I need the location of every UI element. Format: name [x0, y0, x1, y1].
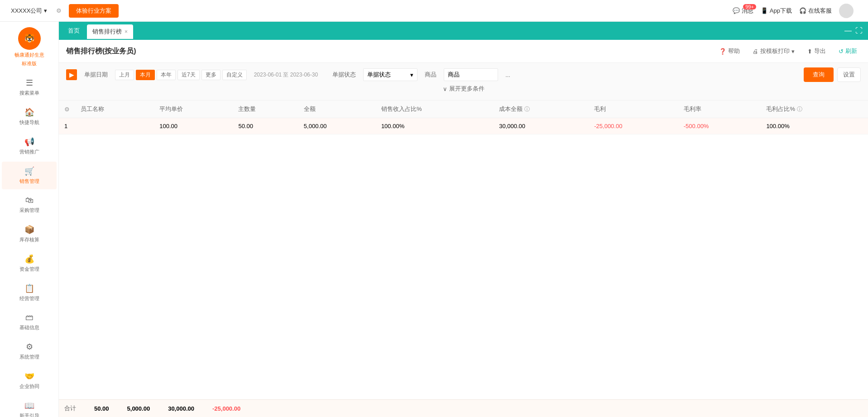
date-range-display: 2023-06-01 至 2023-06-30 [254, 71, 318, 79]
settings-icon[interactable]: ⚙ [56, 7, 62, 14]
avatar[interactable] [839, 4, 854, 18]
filter-settings-button[interactable]: 设置 [837, 67, 861, 82]
tab-maximize-button[interactable]: ⛶ [855, 27, 863, 35]
sidebar-label-operations: 经营管理 [19, 295, 39, 302]
tab-minimize-button[interactable]: — [844, 27, 852, 35]
expand-more-conditions-button[interactable]: ∨ 展开更多条件 [443, 85, 484, 93]
company-selector[interactable]: XXXXX公司 ▾ [7, 5, 51, 17]
tab-label: 销售排行榜 [92, 28, 122, 36]
date-btn-group: 上月 本月 本年 近7天 更多 自定义 [115, 70, 247, 80]
gross-pct-help-icon[interactable]: ⓘ [797, 106, 802, 112]
page-content: 销售排行榜(按业务员) ❓ 帮助 🖨 按模板打印 ▾ ⬆ 导出 [59, 40, 868, 417]
system-icon: ⚙ [26, 342, 33, 352]
sidebar-item-operations[interactable]: 📋 经营管理 [2, 279, 57, 307]
sidebar-item-guide[interactable]: 📖 新手引导 [2, 396, 57, 417]
page-title: 销售排行榜(按业务员) [66, 47, 136, 56]
help-icon: ❓ [719, 48, 726, 55]
col-qty-header: 主数量 [233, 101, 298, 118]
sidebar-label-search-order: 搜索菜单 [19, 90, 39, 96]
col-settings-icon[interactable]: ⚙ [64, 106, 70, 113]
tab-bar: 首页 销售排行榜 × — ⛶ [59, 22, 868, 40]
status-select[interactable]: 单据状态 ▾ [363, 68, 417, 81]
table-footer: 合计 50.00 5,000.00 30,000.00 -25,000.00 [59, 399, 868, 417]
refresh-button[interactable]: ↺ 刷新 [835, 45, 861, 57]
online-service-link[interactable]: 🎧 在线客服 [799, 7, 832, 15]
table-area: ⚙ 员工名称 平均单价 主数量 全额 销售收入占比% 成本全额 ⓘ 毛利 [59, 101, 868, 399]
cell-employee [75, 118, 154, 134]
sidebar-item-inventory[interactable]: 📦 库存核算 [2, 220, 57, 248]
template-print-button[interactable]: 🖨 按模板打印 ▾ [749, 45, 798, 57]
date-btn-this-year[interactable]: 本年 [157, 70, 176, 80]
inventory-icon: 📦 [24, 225, 34, 235]
message-icon: 💬 [733, 7, 740, 14]
goods-placeholder: 商品 [448, 71, 460, 79]
query-button[interactable]: 查询 [804, 67, 834, 82]
table-header-row: ⚙ 员工名称 平均单价 主数量 全额 销售收入占比% 成本全额 ⓘ 毛利 [59, 101, 868, 118]
date-btn-custom[interactable]: 自定义 [222, 70, 247, 80]
col-employee-header: 员工名称 [75, 101, 154, 118]
status-placeholder: 单据状态 [367, 71, 391, 79]
cost-help-icon[interactable]: ⓘ [524, 106, 530, 112]
date-btn-this-month[interactable]: 本月 [136, 70, 155, 80]
quick-nav-icon: 🏠 [24, 107, 34, 117]
cell-gross: -25,000.00 [589, 118, 678, 134]
status-filter-label: 单据状态 [332, 71, 356, 79]
filter-expand-arrow[interactable]: ▶ [66, 69, 77, 80]
sidebar-label-guide: 新手引导 [19, 412, 39, 417]
sidebar-item-quick-nav[interactable]: 🏠 快捷导航 [2, 103, 57, 130]
sidebar-item-purchase[interactable]: 🛍 采购管理 [2, 191, 57, 218]
date-btn-more[interactable]: 更多 [201, 70, 221, 80]
page-actions: ❓ 帮助 🖨 按模板打印 ▾ ⬆ 导出 ↺ 刷新 [715, 45, 861, 57]
sidebar-item-system[interactable]: ⚙ 系统管理 [2, 337, 57, 365]
date-btn-prev-month[interactable]: 上月 [115, 70, 134, 80]
col-gross-pct-header: 毛利占比% ⓘ [761, 101, 868, 118]
guide-icon: 📖 [24, 401, 34, 411]
tab-home[interactable]: 首页 [61, 22, 87, 40]
footer-label: 合计 [64, 404, 76, 412]
sidebar-item-search-order[interactable]: ☰ 搜索菜单 [2, 73, 57, 101]
basics-icon: 🗃 [25, 313, 34, 322]
cell-gross-rate: -500.00% [678, 118, 761, 134]
sidebar-logo: 🐯 畅康通好生意 标准版 [0, 22, 58, 72]
mobile-icon: 📱 [761, 7, 768, 14]
purchase-icon: 🛍 [25, 196, 34, 205]
table-row: 1 100.00 50.00 5,000.00 100.00% 30,000.0… [59, 118, 868, 134]
trial-button[interactable]: 体验行业方案 [69, 4, 119, 18]
goods-select[interactable]: 商品 [444, 68, 498, 81]
expand-row: ∨ 展开更多条件 [66, 82, 861, 96]
sidebar-label-sales: 销售管理 [19, 178, 39, 185]
finance-icon: 💰 [24, 254, 34, 264]
sidebar-item-enterprise[interactable]: 🤝 企业协同 [2, 367, 57, 394]
main-layout: 🐯 畅康通好生意 标准版 ☰ 搜索菜单 🏠 快捷导航 📢 营销推广 🛒 销售管理… [0, 22, 868, 417]
export-button[interactable]: ⬆ 导出 [804, 45, 830, 57]
company-name: XXXXX公司 [11, 7, 42, 15]
tab-bar-right: — ⛶ [844, 27, 866, 35]
page-header: 销售排行榜(按业务员) ❓ 帮助 🖨 按模板打印 ▾ ⬆ 导出 [59, 40, 868, 63]
col-cost-header: 成本全额 ⓘ [494, 101, 589, 118]
footer-gross: -25,000.00 [212, 405, 240, 412]
cell-amount: 5,000.00 [298, 118, 376, 134]
cell-gross-pct: 100.00% [761, 118, 868, 134]
messages-badge: 99+ [743, 4, 756, 10]
chevron-down-icon: ▾ [44, 7, 47, 14]
sidebar-label-finance: 资金管理 [19, 266, 39, 273]
footer-qty: 50.00 [94, 405, 109, 412]
expand-chevron-icon: ∨ [443, 86, 447, 92]
messages-area[interactable]: 💬 消息 99+ [733, 7, 753, 15]
cell-qty: 50.00 [233, 118, 298, 134]
logo-icon: 🐯 [18, 27, 41, 50]
sidebar: 🐯 畅康通好生意 标准版 ☰ 搜索菜单 🏠 快捷导航 📢 营销推广 🛒 销售管理… [0, 22, 59, 417]
tab-close-button[interactable]: × [125, 29, 128, 35]
tab-sales-ranking[interactable]: 销售排行榜 × [87, 24, 133, 39]
date-btn-last-7[interactable]: 近7天 [177, 70, 200, 80]
col-gross-rate-header: 毛利率 [678, 101, 761, 118]
app-download-link[interactable]: 📱 App下载 [761, 7, 792, 15]
print-icon: 🖨 [753, 48, 758, 55]
sidebar-item-finance[interactable]: 💰 资金管理 [2, 249, 57, 277]
sidebar-item-sales[interactable]: 🛒 销售管理 [2, 162, 57, 189]
help-button[interactable]: ❓ 帮助 [715, 45, 743, 57]
sidebar-item-basics[interactable]: 🗃 基础信息 [2, 308, 57, 336]
sidebar-label-purchase: 采购管理 [19, 207, 39, 214]
sidebar-item-marketing[interactable]: 📢 营销推广 [2, 132, 57, 160]
top-bar: XXXXX公司 ▾ ⚙ 体验行业方案 💬 消息 99+ 📱 App下载 🎧 在线… [0, 0, 868, 22]
